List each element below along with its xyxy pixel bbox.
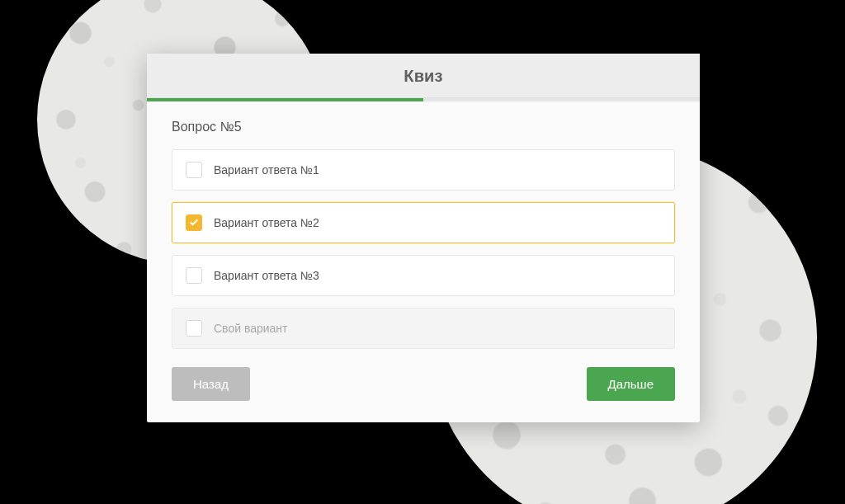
button-row: Назад Дальше	[172, 367, 675, 401]
answer-option-label: Вариант ответа №2	[214, 216, 319, 229]
own-answer-option[interactable]	[172, 308, 675, 349]
quiz-header: Квиз	[147, 54, 700, 98]
checkbox-checked-icon	[186, 214, 202, 231]
own-answer-input[interactable]	[214, 322, 661, 335]
quiz-title: Квиз	[147, 67, 700, 86]
answer-option-2[interactable]: Вариант ответа №2	[172, 202, 675, 243]
quiz-card: Квиз Вопрос №5 Вариант ответа №1 Вариант…	[147, 54, 700, 422]
checkbox-icon	[186, 320, 202, 337]
quiz-body: Вопрос №5 Вариант ответа №1 Вариант отве…	[147, 101, 700, 422]
checkbox-icon	[186, 267, 202, 284]
progress-fill	[147, 98, 423, 101]
checkbox-icon	[186, 162, 202, 178]
back-button[interactable]: Назад	[172, 367, 250, 401]
question-label: Вопрос №5	[172, 120, 675, 134]
next-button[interactable]: Дальше	[587, 367, 675, 401]
progress-bar	[147, 98, 700, 101]
answer-option-3[interactable]: Вариант ответа №3	[172, 255, 675, 296]
answer-option-label: Вариант ответа №1	[214, 163, 319, 177]
answer-option-label: Вариант ответа №3	[214, 269, 319, 282]
answer-option-1[interactable]: Вариант ответа №1	[172, 149, 675, 191]
